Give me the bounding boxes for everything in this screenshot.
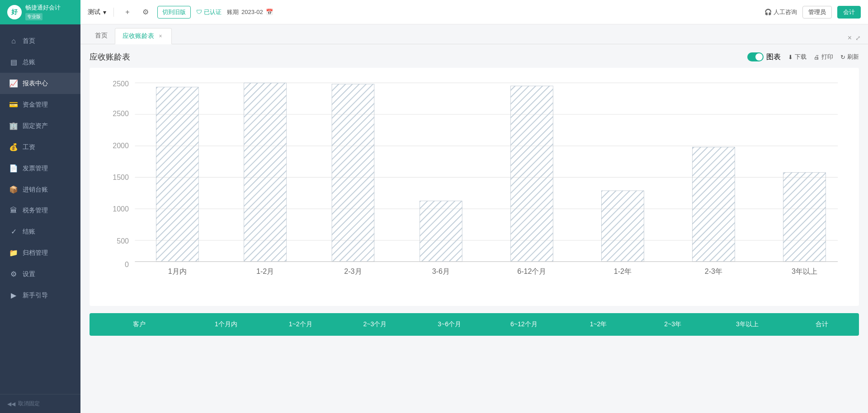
col-header-2-3y: 2~3年 <box>636 313 710 336</box>
assets-icon: 🏢 <box>9 122 18 130</box>
guide-icon: ▶ <box>9 291 18 300</box>
chart-toggle-wrap: 图表 <box>747 52 781 62</box>
col-header-total: 合计 <box>784 313 859 336</box>
sidebar-item-ledger[interactable]: ▤ 总账 <box>0 52 80 73</box>
sidebar-label-invoice: 发票管理 <box>23 164 48 173</box>
app-name: 畅捷通好会计 <box>25 4 61 12</box>
sidebar-label-ledger: 总账 <box>23 58 35 66</box>
sidebar-label-inventory: 进销台账 <box>23 186 48 194</box>
sidebar-item-closing[interactable]: ✓ 结账 <box>0 221 80 242</box>
download-label: 下载 <box>795 53 807 61</box>
download-button[interactable]: ⬇ 下载 <box>788 53 807 61</box>
cancel-fixed-label: 取消固定 <box>18 400 40 408</box>
manager-button[interactable]: 管理员 <box>802 6 832 19</box>
shield-icon: 🛡 <box>196 9 202 15</box>
closing-icon: ✓ <box>9 227 18 236</box>
chart-toggle[interactable] <box>747 52 764 61</box>
print-icon: 🖨 <box>814 54 820 61</box>
app-logo-icon: 好 <box>7 5 22 19</box>
sidebar-label-guide: 新手引导 <box>23 291 48 300</box>
svg-text:2000: 2000 <box>113 141 129 150</box>
sidebar-item-home[interactable]: ⌂ 首页 <box>0 31 80 52</box>
sidebar-item-guide[interactable]: ▶ 新手引导 <box>0 285 80 306</box>
download-icon: ⬇ <box>788 54 793 61</box>
certified-badge: 🛡 已认证 <box>196 8 222 16</box>
sidebar-item-assets[interactable]: 🏢 固定资产 <box>0 115 80 136</box>
tabbar: 首页 应收账龄表 × × ⤢ <box>80 24 868 44</box>
table-header: 客户 1个月内 1~2个月 2~3个月 3~6个月 6~12个月 1~2年 2~… <box>90 313 859 336</box>
old-version-button[interactable]: 切到旧版 <box>157 6 191 19</box>
sidebar-logo: 好 畅捷通好会计 专业版 <box>0 0 80 24</box>
project-name: 测试 <box>88 8 100 16</box>
add-button[interactable]: + <box>121 6 134 19</box>
svg-text:2-3年: 2-3年 <box>705 267 722 275</box>
certified-label: 已认证 <box>204 8 222 16</box>
bar-chart: 0 500 1000 1500 2000 2500 2500 1 <box>99 77 850 295</box>
tab-home[interactable]: 首页 <box>88 28 115 44</box>
topbar: 测试 ▾ + ⚙ 切到旧版 🛡 已认证 账期 2023-02 📅 🎧 人工咨询 … <box>80 0 868 24</box>
page-header: 应收账龄表 图表 ⬇ 下载 🖨 打印 ↻ <box>90 52 859 62</box>
ledger-icon: ▤ <box>9 58 18 66</box>
bar-2-3年 <box>693 147 735 261</box>
refresh-button[interactable]: ↻ 刷新 <box>840 53 859 61</box>
print-button[interactable]: 🖨 打印 <box>814 53 833 61</box>
sidebar-label-home: 首页 <box>23 37 35 45</box>
home-icon: ⌂ <box>9 37 18 45</box>
content-area: 首页 应收账龄表 × × ⤢ 应收账龄表 图表 <box>80 24 868 413</box>
sidebar: 好 畅捷通好会计 专业版 ⌂ 首页 ▤ 总账 📈 报表中心 💳 资金管理 🏢 固… <box>0 0 80 413</box>
plus-icon: + <box>125 8 129 16</box>
bar-3-6月 <box>420 201 462 262</box>
cancel-fixed-button[interactable]: ◀◀ 取消固定 <box>0 394 80 413</box>
sidebar-item-invoice[interactable]: 📄 发票管理 <box>0 158 80 179</box>
project-selector[interactable]: 测试 ▾ <box>88 8 106 16</box>
period-value: 2023-02 <box>241 9 263 15</box>
sidebar-item-reports[interactable]: 📈 报表中心 <box>0 73 80 94</box>
settings-button[interactable]: ⚙ <box>139 6 152 19</box>
main-area: 测试 ▾ + ⚙ 切到旧版 🛡 已认证 账期 2023-02 📅 🎧 人工咨询 … <box>80 0 868 413</box>
settings-icon: ⚙ <box>9 270 18 278</box>
sidebar-item-funds[interactable]: 💳 资金管理 <box>0 94 80 115</box>
archive-icon: 📁 <box>9 249 18 257</box>
page-content: 应收账龄表 图表 ⬇ 下载 🖨 打印 ↻ <box>80 44 868 413</box>
sidebar-label-salary: 工资 <box>23 143 35 151</box>
headset-icon: 🎧 <box>764 9 772 15</box>
col-header-3-6m: 3~6个月 <box>412 313 487 336</box>
sidebar-item-archive[interactable]: 📁 归档管理 <box>0 242 80 263</box>
bar-1-2月 <box>244 83 287 261</box>
accountant-button[interactable]: 会计 <box>837 6 861 19</box>
salary-icon: 💰 <box>9 143 18 151</box>
sidebar-item-tax[interactable]: 🏛 税务管理 <box>0 200 80 221</box>
col-header-customer: 客户 <box>90 313 189 336</box>
invoice-icon: 📄 <box>9 164 18 173</box>
cancel-fixed-icon: ◀◀ <box>7 401 15 407</box>
sidebar-label-settings: 设置 <box>23 270 35 278</box>
bar-1-2年 <box>601 191 644 262</box>
bar-2-3月 <box>332 84 374 262</box>
bar-3年以上 <box>783 173 826 262</box>
close-window-icon[interactable]: × <box>848 34 852 42</box>
sidebar-item-inventory[interactable]: 📦 进销台账 <box>0 179 80 200</box>
expand-window-icon[interactable]: ⤢ <box>855 34 861 42</box>
svg-text:0: 0 <box>125 260 129 268</box>
table-container: 客户 1个月内 1~2个月 2~3个月 3~6个月 6~12个月 1~2年 2~… <box>90 313 859 336</box>
sidebar-label-closing: 结账 <box>23 228 35 236</box>
svg-text:1000: 1000 <box>113 205 129 213</box>
page-actions: 图表 ⬇ 下载 🖨 打印 ↻ 刷新 <box>747 52 859 62</box>
reports-icon: 📈 <box>9 79 18 88</box>
svg-text:2-3月: 2-3月 <box>344 267 362 275</box>
svg-text:1-2月: 1-2月 <box>256 267 274 275</box>
sidebar-item-settings[interactable]: ⚙ 设置 <box>0 263 80 285</box>
app-edition: 专业版 <box>25 13 42 20</box>
sidebar-item-salary[interactable]: 💰 工资 <box>0 136 80 158</box>
consult-button[interactable]: 🎧 人工咨询 <box>764 8 797 16</box>
chart-container: 0 500 1000 1500 2000 2500 2500 1 <box>90 68 859 306</box>
calendar-icon: 📅 <box>266 9 273 15</box>
chart-toggle-label: 图表 <box>766 52 781 62</box>
tab-close-icon[interactable]: × <box>157 33 164 40</box>
bar-1月内 <box>156 87 198 262</box>
svg-text:500: 500 <box>117 237 129 245</box>
svg-text:1500: 1500 <box>113 173 129 181</box>
svg-text:1月内: 1月内 <box>168 267 187 275</box>
svg-text:2500: 2500 <box>113 109 129 117</box>
tab-aging[interactable]: 应收账龄表 × <box>115 28 172 44</box>
